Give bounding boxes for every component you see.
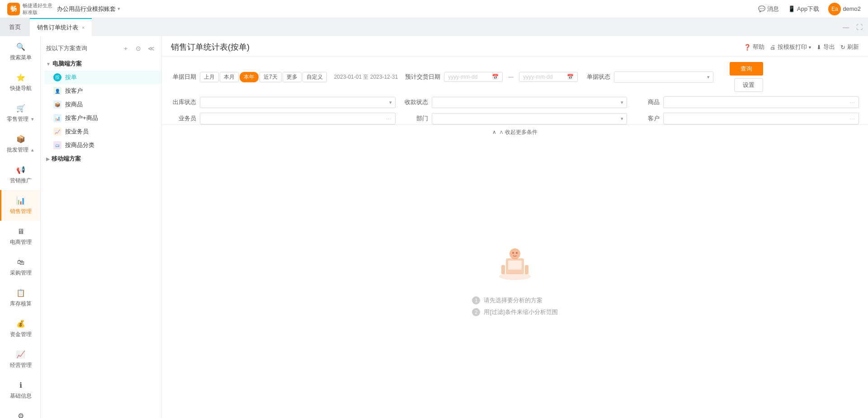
goods-label: 商品 bbox=[634, 98, 660, 106]
tabbar: 首页 销售订单统计表 × — ⛶ bbox=[0, 18, 868, 36]
user-menu-button[interactable]: Ea demo2 bbox=[828, 3, 861, 15]
export-button[interactable]: ⬇ 导出 bbox=[816, 43, 835, 51]
message-button[interactable]: 💬 消息 bbox=[758, 5, 779, 13]
sidebar-item-quick[interactable]: ⭐ 快捷导航 bbox=[0, 67, 40, 98]
by-category-icon: 🗂 bbox=[53, 141, 61, 149]
template-print-button[interactable]: 🖨 按模板打印 ▾ bbox=[770, 43, 811, 51]
sidebar-item-wholesale[interactable]: 📦 批发管理 ▲ bbox=[0, 128, 40, 159]
date-btn-more[interactable]: 更多 bbox=[283, 72, 302, 82]
svg-point-3 bbox=[509, 248, 520, 259]
customer-field: 客户 ··· bbox=[634, 113, 859, 124]
right-panel: 销售订单统计表(按单) ❓ 帮助 🖨 按模板打印 ▾ ⬇ 导出 bbox=[162, 36, 868, 418]
filter-row-2: 出库状态 收款状态 bbox=[171, 96, 859, 108]
app-download-button[interactable]: 📱 App下载 bbox=[788, 5, 819, 13]
payment-status-select[interactable] bbox=[432, 97, 627, 108]
retail-icon: 🛒 bbox=[1, 103, 40, 114]
date-btn-this-year[interactable]: 本年 bbox=[240, 72, 259, 82]
sidebar-item-purchase[interactable]: 🛍 采购管理 bbox=[0, 252, 40, 282]
department-field: 部门 bbox=[403, 113, 627, 124]
expected-delivery-field: 预计交货日期 yyyy-mm-dd 📅 — yyyy-mm-dd 📅 bbox=[405, 72, 578, 82]
message-icon: 💬 bbox=[758, 5, 765, 12]
svg-rect-7 bbox=[525, 265, 528, 274]
query-button[interactable]: 查询 bbox=[730, 62, 763, 76]
tree-item-by-product[interactable]: 📦 按商品 bbox=[44, 98, 161, 111]
goods-dots-icon: ··· bbox=[849, 99, 855, 106]
purchase-icon: 🛍 bbox=[1, 257, 40, 268]
tree-section-mobile[interactable]: ▶ 移动端方案 bbox=[41, 152, 161, 166]
date-btn-7days[interactable]: 近7天 bbox=[259, 72, 282, 82]
ship-status-select[interactable] bbox=[200, 97, 396, 108]
doc-status-label: 单据状态 bbox=[585, 73, 610, 81]
salesman-dots-icon: ··· bbox=[386, 115, 392, 122]
payment-status-select-wrapper bbox=[432, 97, 627, 108]
sidebar-item-retail[interactable]: 🛒 零售管理 ▼ bbox=[0, 98, 40, 128]
collapse-bar[interactable]: ∧ ∧ 收起更多条件 bbox=[162, 124, 868, 140]
sidebar-item-basic[interactable]: ℹ 基础信息 bbox=[0, 375, 40, 405]
collapse-icon: ∧ bbox=[492, 129, 496, 135]
tab-sales-order-stats[interactable]: 销售订单统计表 × bbox=[30, 18, 92, 36]
tree-section-pc[interactable]: ▼ 电脑端方案 bbox=[41, 57, 161, 71]
customer-label: 客户 bbox=[634, 114, 660, 123]
expected-delivery-end[interactable]: yyyy-mm-dd 📅 bbox=[519, 72, 578, 82]
tab-close-icon[interactable]: × bbox=[82, 25, 85, 30]
date-btn-last-month[interactable]: 上月 bbox=[200, 72, 219, 82]
minimize-icon[interactable]: — bbox=[841, 22, 851, 33]
left-panel-header: 按以下方案查询 + ⊙ ≪ bbox=[41, 40, 161, 57]
help-button[interactable]: ❓ 帮助 bbox=[744, 43, 764, 51]
by-product-icon: 📦 bbox=[53, 100, 61, 109]
ship-status-select-wrapper bbox=[200, 97, 396, 108]
page-header: 销售订单统计表(按单) ❓ 帮助 🖨 按模板打印 ▾ ⬇ 导出 bbox=[162, 36, 868, 57]
expected-delivery-start[interactable]: yyyy-mm-dd 📅 bbox=[444, 72, 503, 82]
add-scheme-button[interactable]: + bbox=[121, 43, 131, 53]
tree-item-by-category[interactable]: 🗂 按商品分类 bbox=[44, 138, 161, 152]
svg-point-5 bbox=[516, 252, 518, 254]
sidebar-item-marketing[interactable]: 📢 营销推广 bbox=[0, 159, 40, 190]
department-select[interactable] bbox=[432, 113, 627, 124]
department-select-wrapper bbox=[432, 113, 627, 124]
refresh-button[interactable]: ↻ 刷新 bbox=[840, 43, 859, 51]
sidebar-item-inventory[interactable]: 📋 库存核算 bbox=[0, 282, 40, 313]
sidebar-item-sales[interactable]: 📊 销售管理 bbox=[0, 190, 40, 221]
collapse-panel-button[interactable]: ≪ bbox=[146, 43, 156, 53]
expand-icon[interactable]: ⛶ bbox=[854, 22, 864, 33]
main-layout: 🔍 搜索菜单 ⭐ 快捷导航 🛒 零售管理 ▼ 📦 批发管理 ▲ 📢 营销推广 📊… bbox=[0, 36, 868, 418]
logo-icon: 畅 bbox=[7, 3, 20, 15]
by-cust-prod-icon: 📊 bbox=[53, 114, 61, 122]
sidebar: 🔍 搜索菜单 ⭐ 快捷导航 🛒 零售管理 ▼ 📦 批发管理 ▲ 📢 营销推广 📊… bbox=[0, 36, 41, 418]
empty-tips: 1 请先选择要分析的方案 2 用[过滤]条件来缩小分析范围 bbox=[472, 294, 557, 318]
sidebar-item-search[interactable]: 🔍 搜索菜单 bbox=[0, 36, 40, 67]
date-btn-this-month[interactable]: 本月 bbox=[220, 72, 239, 82]
filter-row-1: 单据日期 上月 本月 本年 近7天 更多 自定义 2023-01-01 至 20… bbox=[171, 62, 859, 92]
ship-status-label: 出库状态 bbox=[171, 98, 196, 106]
salesman-field: 业务员 ··· bbox=[171, 113, 396, 124]
app-download-icon: 📱 bbox=[788, 5, 795, 12]
doc-status-select-wrapper bbox=[614, 71, 713, 83]
sidebar-item-system[interactable]: ⚙ 系统管理 bbox=[0, 405, 40, 418]
customer-input[interactable]: ··· bbox=[663, 113, 859, 124]
quick-nav-icon: ⭐ bbox=[1, 72, 40, 83]
goods-input[interactable]: ··· bbox=[663, 96, 859, 108]
system-icon: ⚙ bbox=[1, 411, 40, 418]
topbar-left: 畅 畅捷通好生意 标准版 办公用品行业模拟账套 ▾ bbox=[7, 2, 120, 15]
search-icon: 🔍 bbox=[1, 42, 40, 52]
dropdown-arrow-icon[interactable]: ▾ bbox=[118, 6, 120, 12]
tree-item-by-customer[interactable]: 👤 按客户 bbox=[44, 84, 161, 98]
doc-status-select[interactable] bbox=[614, 71, 713, 83]
svg-point-4 bbox=[512, 252, 514, 254]
settings-button[interactable]: 设置 bbox=[734, 78, 763, 92]
logo-box: 畅 畅捷通好生意 标准版 bbox=[7, 2, 52, 15]
settings-scheme-button[interactable]: ⊙ bbox=[133, 43, 143, 53]
tree-item-by-order[interactable]: 按 按单 bbox=[44, 71, 161, 84]
tab-home[interactable]: 首页 bbox=[0, 18, 30, 36]
sidebar-item-ecommerce[interactable]: 🖥 电商管理 bbox=[0, 221, 40, 252]
sidebar-item-operation[interactable]: 📈 经营管理 bbox=[0, 344, 40, 375]
content-area: 按以下方案查询 + ⊙ ≪ ▼ 电脑端方案 按 按单 👤 按客户 bbox=[41, 36, 868, 418]
svg-rect-2 bbox=[508, 261, 522, 270]
date-btn-custom[interactable]: 自定义 bbox=[302, 72, 327, 82]
sidebar-item-finance[interactable]: 💰 资金管理 bbox=[0, 313, 40, 344]
tree-item-by-salesman[interactable]: 📈 按业务员 bbox=[44, 125, 161, 138]
salesman-input[interactable]: ··· bbox=[200, 113, 396, 124]
tree-item-by-cust-prod[interactable]: 📊 按客户+商品 bbox=[44, 111, 161, 125]
by-customer-icon: 👤 bbox=[53, 87, 61, 95]
topbar-title: 办公用品行业模拟账套 ▾ bbox=[57, 5, 120, 13]
